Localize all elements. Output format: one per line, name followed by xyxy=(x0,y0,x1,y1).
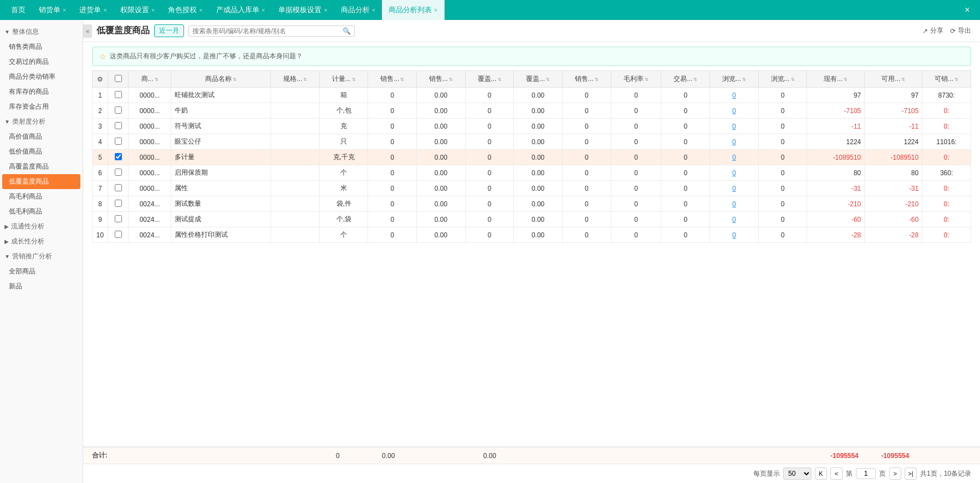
nav-item-analysis[interactable]: 商品分析 × xyxy=(334,0,382,20)
sidebar-item-high-gross[interactable]: 高毛利商品 xyxy=(0,189,83,204)
close-icon-analysis[interactable]: × xyxy=(372,7,375,13)
row-checkbox[interactable] xyxy=(115,106,122,114)
last-page-button[interactable]: >| xyxy=(905,467,917,480)
sidebar-item-all-goods[interactable]: 全部商品 xyxy=(0,264,83,279)
col-trade[interactable]: 交易...⇅ xyxy=(661,71,710,88)
row-checkbox-cell[interactable] xyxy=(108,181,129,196)
row-sales3: 0 xyxy=(562,227,611,243)
row-checkbox[interactable] xyxy=(115,184,122,191)
col-spec[interactable]: 规格...⇅ xyxy=(271,71,320,88)
share-button[interactable]: ↗ 分享 xyxy=(922,26,943,35)
row-checkbox-cell[interactable] xyxy=(108,150,129,165)
col-sellable[interactable]: 可销...⇅ xyxy=(922,71,971,88)
close-icon-purchase[interactable]: × xyxy=(103,7,106,13)
date-filter-button[interactable]: 近一月 xyxy=(154,24,184,37)
collapse-button[interactable]: « xyxy=(83,24,92,38)
nav-item-permission[interactable]: 权限设置 × xyxy=(114,0,161,20)
row-checkbox[interactable] xyxy=(115,122,122,129)
row-checkbox-cell[interactable] xyxy=(108,165,129,181)
sidebar-item-category-rate[interactable]: 商品分类动销率 xyxy=(0,69,83,84)
sidebar-item-high-coverage[interactable]: 高覆盖度商品 xyxy=(0,159,83,174)
sidebar-section-growth[interactable]: ▶ 成长性分析 xyxy=(0,234,83,249)
row-browse1[interactable]: 0 xyxy=(710,134,759,150)
col-browse2[interactable]: 浏览...⇅ xyxy=(758,71,807,88)
nav-item-home[interactable]: 首页 xyxy=(4,0,32,20)
sidebar-item-new-goods[interactable]: 新品 xyxy=(0,279,83,294)
col-available[interactable]: 可用...⇅ xyxy=(865,71,922,88)
row-checkbox[interactable] xyxy=(115,231,122,238)
close-icon-sales[interactable]: × xyxy=(63,7,66,13)
row-checkbox[interactable] xyxy=(115,200,122,207)
col-cover2[interactable]: 覆盖...⇅ xyxy=(514,71,563,88)
row-browse1[interactable]: 0 xyxy=(710,181,759,196)
page-number-input[interactable] xyxy=(856,468,876,479)
col-code[interactable]: 商...⇅ xyxy=(129,71,171,88)
sidebar-item-capital[interactable]: 库存资金占用 xyxy=(0,99,83,114)
close-icon-role[interactable]: × xyxy=(199,7,202,13)
row-checkbox[interactable] xyxy=(115,215,122,222)
col-cover1[interactable]: 覆盖...⇅ xyxy=(465,71,514,88)
export-button[interactable]: ⟳ 导出 xyxy=(950,26,971,35)
row-browse1[interactable]: 0 xyxy=(710,103,759,119)
nav-item-analysis-list[interactable]: 商品分析列表 × xyxy=(382,0,444,20)
sidebar-section-liquidity[interactable]: ▶ 流通性分析 xyxy=(0,219,83,234)
nav-item-role[interactable]: 角色授权 × xyxy=(161,0,209,20)
col-name[interactable]: 商品名称⇅ xyxy=(171,71,271,88)
row-spec xyxy=(271,196,320,212)
row-checkbox-cell[interactable] xyxy=(108,196,129,212)
row-browse1[interactable]: 0 xyxy=(710,196,759,212)
sidebar-item-sales-goods[interactable]: 销售类商品 xyxy=(0,39,83,54)
col-unit[interactable]: 计量...⇅ xyxy=(319,71,368,88)
nav-item-product-warehouse[interactable]: 产成品入库单 × xyxy=(210,0,272,20)
first-page-button[interactable]: K xyxy=(815,467,827,480)
sidebar-item-low-value[interactable]: 低价值商品 xyxy=(0,144,83,159)
row-checkbox-cell[interactable] xyxy=(108,227,129,243)
row-browse1[interactable]: 0 xyxy=(710,119,759,134)
close-icon-product-warehouse[interactable]: × xyxy=(262,7,265,13)
row-browse1[interactable]: 0 xyxy=(710,227,759,243)
per-page-select[interactable]: 50 20 100 200 xyxy=(783,467,811,480)
next-page-button[interactable]: > xyxy=(889,467,901,480)
sidebar-item-traded-goods[interactable]: 交易过的商品 xyxy=(0,54,83,69)
row-checkbox[interactable] xyxy=(115,169,122,176)
nav-item-template[interactable]: 单据模板设置 × xyxy=(272,0,334,20)
col-settings[interactable]: ⚙ xyxy=(93,71,108,88)
sidebar-item-high-value[interactable]: 高价值商品 xyxy=(0,129,83,144)
sidebar-section-overall[interactable]: ▼ 整体信息 xyxy=(0,24,83,39)
row-browse1[interactable]: 0 xyxy=(710,165,759,181)
row-checkbox-cell[interactable] xyxy=(108,212,129,227)
select-all-checkbox[interactable] xyxy=(115,75,122,82)
col-sales-amt[interactable]: 销售...⇅ xyxy=(417,71,466,88)
row-gross-rate: 0 xyxy=(611,212,661,227)
col-sales3[interactable]: 销售...⇅ xyxy=(562,71,611,88)
row-browse1[interactable]: 0 xyxy=(710,88,759,103)
nav-item-purchase[interactable]: 进货单 × xyxy=(73,0,113,20)
close-icon-analysis-list[interactable]: × xyxy=(434,7,437,13)
sidebar-item-stocked-goods[interactable]: 有库存的商品 xyxy=(0,84,83,99)
row-checkbox[interactable] xyxy=(115,91,122,98)
nav-close-button[interactable]: × xyxy=(959,2,976,18)
sidebar-section-coverage[interactable]: ▼ 类射度分析 xyxy=(0,114,83,129)
col-browse1[interactable]: 浏览...⇅ xyxy=(710,71,759,88)
nav-item-sales[interactable]: 销货单 × xyxy=(32,0,73,20)
close-icon-permission[interactable]: × xyxy=(151,7,155,13)
sidebar-item-low-gross[interactable]: 低毛利商品 xyxy=(0,204,83,219)
col-gross-rate[interactable]: 毛利率⇅ xyxy=(611,71,661,88)
row-checkbox-cell[interactable] xyxy=(108,103,129,119)
prev-page-button[interactable]: < xyxy=(830,467,843,480)
row-browse1[interactable]: 0 xyxy=(710,212,759,227)
row-checkbox-cell[interactable] xyxy=(108,134,129,150)
col-sales-qty[interactable]: 销售...⇅ xyxy=(368,71,417,88)
col-current[interactable]: 现有...⇅ xyxy=(807,71,865,88)
row-checkbox-cell[interactable] xyxy=(108,88,129,103)
sidebar-item-low-coverage[interactable]: 低覆盖度商品 xyxy=(2,174,80,189)
search-icon[interactable]: 🔍 xyxy=(343,27,351,35)
row-checkbox[interactable] xyxy=(115,138,122,145)
close-icon-template[interactable]: × xyxy=(324,7,327,13)
row-browse1[interactable]: 0 xyxy=(710,150,759,165)
col-checkbox[interactable] xyxy=(108,71,129,88)
search-input[interactable] xyxy=(192,27,343,35)
row-checkbox-cell[interactable] xyxy=(108,119,129,134)
sidebar-section-marketing[interactable]: ▼ 营销推广分析 xyxy=(0,249,83,264)
row-checkbox[interactable] xyxy=(115,153,122,160)
